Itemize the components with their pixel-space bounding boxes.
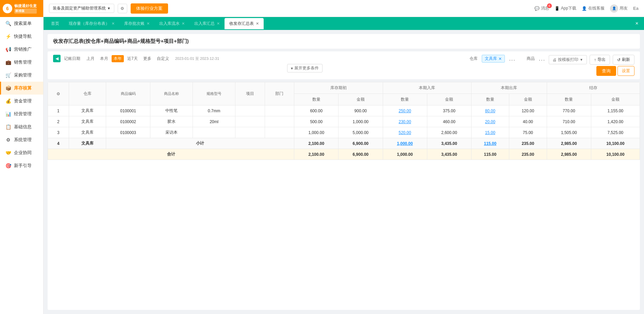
lightning-icon: ⚡ <box>5 34 11 39</box>
subtotal-label: 小计 <box>106 138 294 149</box>
message-button[interactable]: 💬 消息 6 <box>534 5 549 11</box>
row-in-amt: 375.00 <box>427 105 471 116</box>
total-label: 合计 <box>48 149 294 160</box>
sidebar-nav: 🔍 搜索菜单 ⚡ 快捷导航 📢 营销推广 💼 销售管理 🛒 采购管理 📦 库存核… <box>0 17 43 314</box>
tab-stock-dist[interactable]: 现存量（库存分布表） ✕ <box>64 18 119 29</box>
row-in-qty[interactable]: 230.00 <box>383 116 427 127</box>
row-in-amt: 460.00 <box>427 116 471 127</box>
trial-button[interactable]: 体验行业方案 <box>131 3 168 14</box>
total-close-amt: 10,100.00 <box>591 149 640 160</box>
sidebar-item-marketing[interactable]: 📢 营销推广 <box>0 43 43 56</box>
subtotal-out-qty[interactable]: 115.00 <box>471 138 509 149</box>
sidebar-item-system[interactable]: ⚙ 系统管理 <box>0 133 43 146</box>
sidebar-item-label: 库存核算 <box>14 85 32 91</box>
tab-inout-flow[interactable]: 出入库流水 ✕ <box>154 18 189 29</box>
date-opt-7days[interactable]: 近7天 <box>125 55 140 62</box>
sidebar-item-purchase[interactable]: 🛒 采购管理 <box>0 69 43 82</box>
date-label: 记账日期 <box>64 56 80 62</box>
sidebar-item-label: 营销推广 <box>14 46 32 52</box>
tab-recv-send[interactable]: 收发存汇总表 ✕ <box>225 18 264 29</box>
data-table-wrap: ⚙ 仓库 商品编码 商品名称 规格型号 项目 部门 库存期初 本期入库 本期出库… <box>48 82 640 310</box>
total-in-qty: 1,000.00 <box>383 149 427 160</box>
sidebar-item-enterprise[interactable]: 🤝 企业协同 <box>0 146 43 159</box>
online-service-button[interactable]: 👤 在线客服 <box>582 5 605 11</box>
row-name: 胶水 <box>150 116 193 127</box>
sidebar-item-inventory[interactable]: 📦 库存核算 <box>0 82 43 95</box>
expand-row: ▾ 展开更多条件 <box>64 64 545 72</box>
tab-inout-sum-close[interactable]: ✕ <box>217 21 220 26</box>
print-chevron: ▼ <box>580 58 583 62</box>
query-button[interactable]: 查询 <box>596 66 616 76</box>
export-button[interactable]: ↑ 导出 <box>590 55 610 65</box>
filter-area: ◀ 记账日期 上月 本月 本年 近7天 更多 自定义 2023-01-01 至 … <box>48 51 640 79</box>
sidebar-item-newcomer[interactable]: 🎯 新手引导 <box>0 159 43 172</box>
date-opt-more[interactable]: 更多 <box>141 55 153 62</box>
tab-inout-flow-close[interactable]: ✕ <box>182 21 185 26</box>
subtotal-in-amt: 3,435.00 <box>427 138 471 149</box>
row-close-amt: 1,420.00 <box>591 116 640 127</box>
row-out-amt: 75.00 <box>509 127 547 138</box>
row-close-qty: 710.00 <box>547 116 591 127</box>
sidebar-item-finance[interactable]: 💰 资金管理 <box>0 95 43 108</box>
row-project <box>235 127 265 138</box>
chart-icon: 📊 <box>5 111 11 117</box>
logo-name: 畅捷通好生意 <box>14 3 37 8</box>
sidebar-item-search[interactable]: 🔍 搜索菜单 <box>0 17 43 30</box>
setting-button[interactable]: 设置 <box>617 66 634 76</box>
sidebar-item-basic-info[interactable]: 📋 基础信息 <box>0 120 43 133</box>
row-out-qty[interactable]: 80.00 <box>471 105 509 116</box>
warehouse-more-button[interactable]: ... <box>509 56 515 62</box>
refresh-button[interactable]: ↺ 刷新 <box>613 55 634 65</box>
chevron-down-icon: ▼ <box>107 6 111 10</box>
filter-collapse-button[interactable]: ◀ <box>53 55 61 62</box>
total-close-qty: 2,985.00 <box>547 149 591 160</box>
row-in-qty[interactable]: 250.00 <box>383 105 427 116</box>
tab-inout-sum[interactable]: 出入库汇总 ✕ <box>189 18 225 29</box>
subtotal-out-amt: 235.00 <box>509 138 547 149</box>
user-menu[interactable]: 👤 用友 <box>610 4 628 13</box>
tab-home[interactable]: 首页 <box>46 18 64 29</box>
date-opt-custom[interactable]: 自定义 <box>155 55 171 62</box>
sidebar-item-sales[interactable]: 💼 销售管理 <box>0 56 43 69</box>
table-row: 3 文具库 0100003 采访本 1,000.00 5,000.00 520.… <box>48 127 640 138</box>
sidebar-item-quick-nav[interactable]: ⚡ 快捷导航 <box>0 30 43 43</box>
subtotal-close-qty: 2,985.00 <box>547 138 591 149</box>
tab-batch[interactable]: 库存批次账 ✕ <box>119 18 154 29</box>
megaphone-icon: 📢 <box>5 47 11 52</box>
date-opt-this-year[interactable]: 本年 <box>112 55 124 62</box>
tab-close-all[interactable]: ✕ <box>632 20 641 27</box>
tab-recv-send-close[interactable]: ✕ <box>256 21 259 26</box>
print-button[interactable]: 🖨 按模板打印 ▼ <box>549 55 587 64</box>
row-spec: 20ml <box>193 116 235 127</box>
row-spec <box>193 127 235 138</box>
gear-settings-icon[interactable]: ⚙ <box>56 92 60 96</box>
clipboard-icon: 📋 <box>5 124 11 130</box>
row-close-qty: 770.00 <box>547 105 591 116</box>
total-open-amt: 6,900.00 <box>338 149 383 160</box>
th-dept: 部门 <box>265 82 294 105</box>
goods-more-button[interactable]: ... <box>539 56 545 62</box>
row-out-qty[interactable]: 20.00 <box>471 116 509 127</box>
th-close-amt: 金额 <box>591 94 640 105</box>
row-dept <box>265 116 294 127</box>
warehouse-tag-close[interactable]: ✕ <box>498 56 502 61</box>
box-icon: 📦 <box>5 85 11 91</box>
expand-button[interactable]: ▾ 展开更多条件 <box>287 64 323 72</box>
expand-label: 展开更多条件 <box>294 65 319 71</box>
date-opt-last-month[interactable]: 上月 <box>84 55 97 62</box>
sidebar-item-business[interactable]: 📊 经营管理 <box>0 108 43 120</box>
sidebar-item-label: 销售管理 <box>14 59 32 65</box>
tab-batch-close[interactable]: ✕ <box>147 21 150 26</box>
system-selector[interactable]: 装备及固定资产辅助管理系统 ▼ <box>49 4 114 13</box>
subtotal-in-qty[interactable]: 1,000.00 <box>383 138 427 149</box>
total-row: 合计 2,100.00 6,900.00 1,000.00 3,435.00 1… <box>48 149 640 160</box>
row-out-qty[interactable]: 15.00 <box>471 127 509 138</box>
tab-stock-dist-close[interactable]: ✕ <box>112 21 115 26</box>
expand-down-icon: ▾ <box>291 66 293 71</box>
date-opt-this-month[interactable]: 本月 <box>98 55 110 62</box>
app-download-button[interactable]: 📱 App下载 <box>555 5 576 11</box>
row-in-qty[interactable]: 520.00 <box>383 127 427 138</box>
th-closing-group: 结存 <box>547 82 640 94</box>
row-dept <box>265 127 294 138</box>
settings-button[interactable]: ⚙ <box>118 4 127 13</box>
